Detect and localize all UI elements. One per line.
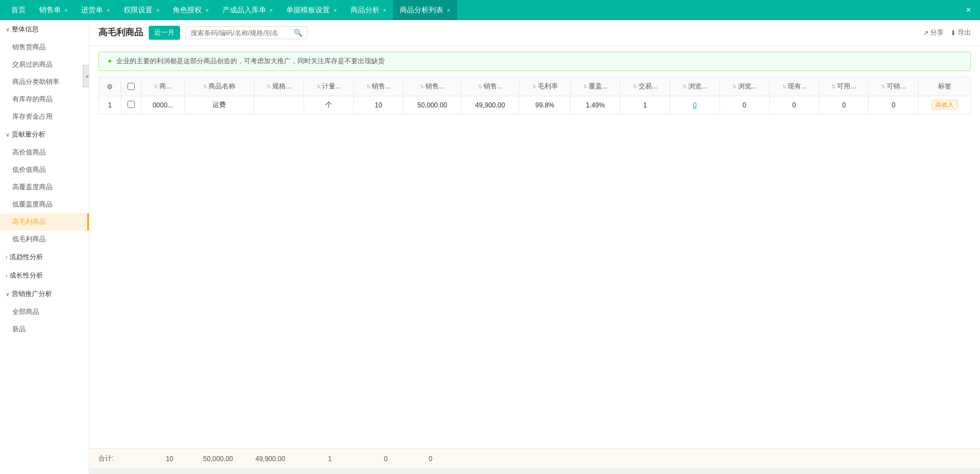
col-index: ⚙	[99, 77, 121, 96]
col-code[interactable]: ⇅ 商...	[141, 77, 185, 96]
footer-values: 10 50,000.00 49,900.00 1 0 0	[147, 455, 453, 463]
nav-item-role[interactable]: 角色授权 ×	[166, 0, 215, 20]
horizontal-scrollbar[interactable]	[89, 468, 980, 474]
sidebar-group-contribution[interactable]: ∨ 贡献量分析	[0, 125, 89, 144]
col-browse2[interactable]: ⇅ 浏览...	[719, 77, 769, 96]
close-permission-tab[interactable]: ×	[156, 7, 159, 13]
settings-icon[interactable]: ⚙	[107, 83, 113, 91]
table-header-row: ⚙ ⇅ 商... ⇅	[99, 77, 971, 96]
col-current[interactable]: ⇅ 现有...	[769, 77, 819, 96]
nav-item-product-analysis-list[interactable]: 商品分析列表 ×	[393, 0, 457, 20]
nav-item-sales[interactable]: 销售单 ×	[32, 0, 74, 20]
sidebar-group-overview[interactable]: ∨ 整体信息	[0, 20, 89, 39]
col-name[interactable]: ⇅ 商品名称	[184, 77, 254, 96]
col-saleable[interactable]: ⇅ 可销...	[869, 77, 919, 96]
sort-icon: ⇅	[154, 84, 158, 90]
col-gross-rate[interactable]: ⇅ 毛利率	[519, 77, 571, 96]
sort-icon-9: ⇅	[583, 84, 588, 90]
sidebar-item-new-goods[interactable]: 新品	[0, 321, 89, 338]
sidebar-item-sales-goods[interactable]: 销售货商品	[0, 39, 89, 56]
browse1-link[interactable]: 0	[693, 101, 697, 109]
sort-icon-4: ⇅	[316, 84, 321, 90]
table-container[interactable]: ⚙ ⇅ 商... ⇅	[89, 77, 980, 448]
col-available[interactable]: ⇅ 可用...	[819, 77, 869, 96]
sidebar-item-high-coverage[interactable]: 高覆盖度商品	[0, 179, 89, 196]
sidebar-group-trend[interactable]: › 流趋性分析	[0, 248, 89, 266]
arrow-icon: ∨	[6, 26, 10, 32]
search-icon[interactable]: 🔍	[293, 29, 302, 37]
sort-icon-3: ⇅	[267, 84, 271, 90]
sort-icon-6: ⇅	[420, 84, 424, 90]
nav-item-product-analysis[interactable]: 商品分析 ×	[344, 0, 393, 20]
cell-available: 0	[819, 96, 869, 114]
sort-icon-5: ⇅	[366, 84, 371, 90]
footer-current: 0	[363, 455, 408, 463]
arrow-icon-2: ∨	[6, 132, 10, 138]
sort-icon-13: ⇅	[782, 84, 787, 90]
filter-recent-month-button[interactable]: 近一月	[149, 26, 180, 40]
sidebar-group-growth[interactable]: › 成长性分析	[0, 266, 89, 285]
search-input[interactable]	[191, 29, 291, 37]
close-template-tab[interactable]: ×	[333, 7, 337, 13]
select-all-checkbox[interactable]	[127, 83, 135, 90]
sidebar-item-low-value[interactable]: 低价值商品	[0, 161, 89, 179]
tip-icon: ✦	[107, 57, 113, 65]
page-title: 高毛利商品	[98, 27, 143, 39]
sidebar-item-low-coverage[interactable]: 低覆盖度商品	[0, 196, 89, 213]
close-sales-tab[interactable]: ×	[64, 7, 68, 13]
close-product-analysis-list-tab[interactable]: ×	[447, 7, 450, 13]
share-icon: ↗	[923, 29, 929, 37]
sidebar-item-low-gross[interactable]: 低毛利商品	[0, 231, 89, 248]
cell-current: 0	[769, 96, 819, 114]
row-checkbox[interactable]	[127, 101, 135, 108]
sidebar-item-all-goods[interactable]: 全部商品	[0, 303, 89, 321]
close-role-tab[interactable]: ×	[205, 7, 209, 13]
sidebar-group-marketing[interactable]: ∨ 营销推广分析	[0, 285, 89, 303]
export-button[interactable]: ⬇ 导出	[950, 28, 971, 37]
cell-browse2: 0	[719, 96, 769, 114]
search-box: 🔍	[186, 26, 307, 39]
sidebar: « ∨ 整体信息 销售货商品 交易过的商品 商品分类助销率 有库存的商品 库存资…	[0, 20, 89, 474]
sort-icon-11: ⇅	[683, 84, 687, 90]
cell-unit: 个	[304, 96, 354, 114]
nav-item-purchase[interactable]: 进货单 ×	[74, 0, 116, 20]
sidebar-item-high-value[interactable]: 高价值商品	[0, 144, 89, 161]
col-sales-cost[interactable]: ⇅ 销售...	[461, 77, 519, 96]
window-close-button[interactable]: ×	[962, 5, 976, 15]
footer-trade: 1	[296, 455, 363, 463]
col-browse1[interactable]: ⇅ 浏览...	[670, 77, 719, 96]
col-tag[interactable]: 标签	[919, 77, 971, 96]
sidebar-item-traded-goods[interactable]: 交易过的商品	[0, 56, 89, 73]
nav-item-template[interactable]: 单据模板设置 ×	[280, 0, 343, 20]
col-trade[interactable]: ⇅ 交易...	[620, 77, 670, 96]
close-product-inbound-tab[interactable]: ×	[269, 7, 273, 13]
sidebar-item-in-stock-goods[interactable]: 有库存的商品	[0, 91, 89, 108]
sidebar-item-high-gross[interactable]: 高毛利商品	[0, 213, 89, 231]
goods-table: ⚙ ⇅ 商... ⇅	[98, 77, 971, 114]
cell-spec	[254, 96, 304, 114]
nav-item-permission[interactable]: 权限设置 ×	[117, 0, 166, 20]
nav-item-home[interactable]: 首页	[4, 0, 32, 20]
footer-sales-amt: 50,000.00	[192, 455, 244, 463]
sort-icon-14: ⇅	[831, 84, 836, 90]
cell-sales-amt: 50,000.00	[403, 96, 461, 114]
share-button[interactable]: ↗ 分享	[923, 28, 944, 37]
col-coverage[interactable]: ⇅ 覆盖...	[571, 77, 621, 96]
col-sales-qty[interactable]: ⇅ 销售...	[354, 77, 404, 96]
col-checkbox	[121, 77, 141, 96]
sort-icon-8: ⇅	[532, 84, 537, 90]
col-sales-amt[interactable]: ⇅ 销售...	[403, 77, 461, 96]
cell-browse1[interactable]: 0	[670, 96, 719, 114]
sidebar-item-category-sales-rate[interactable]: 商品分类助销率	[0, 73, 89, 91]
close-purchase-tab[interactable]: ×	[106, 7, 110, 13]
footer-available: 0	[408, 455, 453, 463]
cell-saleable: 0	[869, 96, 919, 114]
sidebar-item-stock-capital[interactable]: 库存资金占用	[0, 108, 89, 125]
nav-item-product-inbound[interactable]: 产成品入库单 ×	[216, 0, 280, 20]
export-icon: ⬇	[950, 29, 956, 37]
col-unit[interactable]: ⇅ 计量...	[304, 77, 354, 96]
cell-index: 1	[99, 96, 121, 114]
sidebar-collapse-button[interactable]: «	[83, 65, 89, 87]
close-product-analysis-tab[interactable]: ×	[383, 7, 386, 13]
col-spec[interactable]: ⇅ 规格...	[254, 77, 304, 96]
